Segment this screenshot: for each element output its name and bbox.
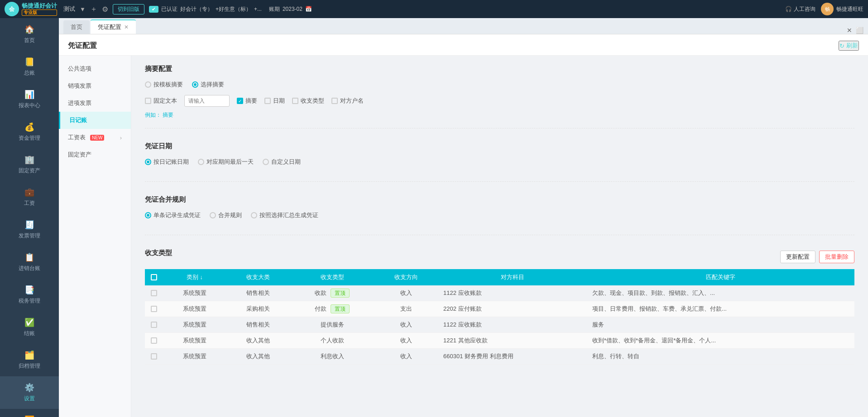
- payment-type-label: 收支类型: [301, 97, 324, 105]
- row-account-1: 2202 应付账款: [438, 301, 587, 317]
- voucher-date-radio-group: 按日记账日期 对应期间最后一天 自定义日期: [145, 158, 854, 166]
- journal-date-label: 按日记账日期: [153, 158, 189, 166]
- row-checkbox-2[interactable]: [151, 322, 157, 328]
- example-value: 摘要: [163, 112, 173, 118]
- row-direction-0: 收入: [374, 285, 438, 301]
- row-checkbox-0[interactable]: [151, 290, 157, 296]
- sub-sidebar-journal[interactable]: 日记账: [59, 112, 131, 129]
- user-name: 畅捷通旺旺: [836, 5, 863, 13]
- logo-icon: 会: [5, 2, 19, 16]
- template-summary-label: 按模板摘要: [153, 81, 183, 89]
- fixed-text-checkbox[interactable]: 固定文本: [145, 97, 177, 105]
- company-dropdown-icon[interactable]: ▼: [80, 6, 86, 13]
- select-summary-radio[interactable]: 选择摘要: [192, 81, 224, 89]
- sidebar-label-reports: 报表中心: [19, 102, 40, 109]
- date-checkbox[interactable]: 日期: [264, 97, 285, 105]
- sub-sidebar-payroll[interactable]: 工资表 NEW ›: [59, 129, 131, 146]
- sidebar-item-ledger[interactable]: 📒 总账: [0, 51, 59, 83]
- settings-icon[interactable]: ⚙: [102, 5, 108, 14]
- row-account-0: 1122 应收账款: [438, 285, 587, 301]
- sidebar-item-reports[interactable]: 📊 报表中心: [0, 83, 59, 116]
- tab-voucher-label: 凭证配置: [98, 23, 121, 31]
- sidebar-item-funds[interactable]: 💰 资金管理: [0, 116, 59, 148]
- user-menu[interactable]: 畅 畅捷通旺旺: [821, 3, 863, 15]
- sidebar-label-fixed-assets: 固定资产: [19, 167, 40, 175]
- summary-checkbox-row: 固定文本 ✓ 摘要 日期 收支类型: [145, 95, 854, 107]
- row-checkbox-4[interactable]: [151, 353, 157, 360]
- journal-date-radio[interactable]: 按日记账日期: [145, 158, 189, 166]
- ledger-icon: 📒: [24, 57, 34, 67]
- switch-old-btn[interactable]: 切到旧版: [113, 4, 144, 14]
- batch-delete-btn[interactable]: 批量删除: [819, 251, 854, 263]
- sub-sidebar-journal-label: 日记账: [69, 116, 87, 124]
- income-expense-section: 收支类型 更新配置 批量删除: [145, 249, 854, 374]
- period-last-day-radio[interactable]: 对应期间最后一天: [198, 158, 254, 166]
- certified-label: 已认证: [161, 5, 177, 13]
- custom-date-radio[interactable]: 自定义日期: [263, 158, 301, 166]
- row-keywords-0: 欠款、现金、项目款、到款、报销款、汇入、...: [587, 285, 854, 301]
- update-config-btn[interactable]: 更新配置: [780, 251, 815, 263]
- guide-icon: ▶️: [24, 415, 34, 417]
- status-bar: ✔ 已认证 好会计（专） +好生意（标） +... 账期 2023-02 📅: [149, 5, 312, 13]
- fixed-text-input[interactable]: [184, 95, 230, 107]
- maximize-icon[interactable]: ⬜: [856, 27, 863, 34]
- row-checkbox-3[interactable]: [151, 337, 157, 344]
- sidebar-item-home[interactable]: 🏠 首页: [0, 18, 59, 51]
- expand-arrow-icon[interactable]: ›: [120, 134, 122, 141]
- sidebar-item-salary[interactable]: 💼 工资: [0, 181, 59, 213]
- summary-checkbox[interactable]: ✓ 摘要: [237, 97, 257, 105]
- sub-sidebar-sales-invoice[interactable]: 销项发票: [59, 77, 131, 95]
- custom-date-radio-circle: [263, 159, 269, 165]
- summary-generate-radio[interactable]: 按照选择汇总生成凭证: [251, 211, 318, 219]
- counterparty-checkbox[interactable]: 对方户名: [331, 97, 364, 105]
- table-row: 系统预置 采购相关 付款 置顶 支出 2202 应付账款 项目、日常费用、报销款…: [145, 301, 854, 317]
- human-service-btn[interactable]: 🎧 人工咨询: [785, 5, 815, 13]
- tab-home[interactable]: 首页: [63, 20, 90, 34]
- tag-reset-0[interactable]: 置顶: [331, 289, 350, 298]
- sidebar-item-guide[interactable]: ▶️ 新手引导: [0, 409, 59, 417]
- fixed-text-checkbox-box: [145, 98, 151, 104]
- counterparty-checkbox-box: [331, 98, 338, 104]
- sub-sidebar-public[interactable]: 公共选项: [59, 60, 131, 77]
- sidebar-item-fixed-assets[interactable]: 🏢 固定资产: [0, 148, 59, 181]
- example-prefix: 例如：: [145, 112, 161, 118]
- tab-voucher-config[interactable]: 凭证配置 ✕: [91, 19, 136, 34]
- sidebar-label-ledger: 总账: [24, 69, 35, 77]
- sidebar-item-tax[interactable]: 📑 税务管理: [0, 279, 59, 311]
- merge-rules-radio-circle: [210, 212, 216, 218]
- sidebar-item-settings[interactable]: ⚙️ 设置: [0, 376, 59, 409]
- single-record-radio[interactable]: 单条记录生成凭证: [145, 211, 201, 219]
- plus-icon[interactable]: ＋: [90, 5, 97, 14]
- merge-rules-radio[interactable]: 合并规则: [210, 211, 242, 219]
- table-header-row: 收支类型 更新配置 批量删除: [145, 249, 854, 265]
- sub-sidebar-fixed-assets-sub[interactable]: 固定资产: [59, 146, 131, 163]
- template-summary-radio[interactable]: 按模板摘要: [145, 81, 183, 89]
- sub-sidebar-purchase-invoice[interactable]: 进项发票: [59, 95, 131, 112]
- voucher-merge-title: 凭证合并规则: [145, 195, 854, 204]
- settings-nav-icon: ⚙️: [24, 383, 34, 393]
- row-keywords-1: 项目、日常费用、报销款、车费、承兑汇票、付款...: [587, 301, 854, 317]
- window-controls: ✕ ⬜: [842, 27, 868, 34]
- sidebar-label-funds: 资金管理: [19, 134, 40, 142]
- payment-type-checkbox[interactable]: 收支类型: [292, 97, 324, 105]
- sidebar-item-closing[interactable]: ✅ 结账: [0, 311, 59, 344]
- sidebar-item-archive[interactable]: 🗂️ 归档管理: [0, 344, 59, 376]
- calendar-icon[interactable]: 📅: [305, 6, 312, 12]
- fixed-text-label: 固定文本: [153, 97, 177, 105]
- page-title: 凭证配置: [68, 41, 97, 51]
- sidebar-item-purchase[interactable]: 📋 进销台账: [0, 246, 59, 279]
- row-checkbox-1[interactable]: [151, 306, 157, 312]
- row-major-type-2: 销售相关: [226, 317, 290, 333]
- row-account-2: 1122 应收账款: [438, 317, 587, 333]
- tab-close-icon[interactable]: ✕: [124, 24, 129, 30]
- col-category: 类别 ↓: [163, 269, 226, 285]
- close-window-icon[interactable]: ✕: [847, 27, 852, 34]
- sidebar-item-invoice[interactable]: 🧾 发票管理: [0, 213, 59, 246]
- select-all-checkbox[interactable]: [151, 274, 157, 280]
- row-keywords-2: 服务: [587, 317, 854, 333]
- tag-reset-1[interactable]: 置顶: [331, 304, 350, 313]
- app-logo: 会 畅捷通好会计 专业版: [5, 2, 59, 16]
- tab-bar: 首页 凭证配置 ✕ ✕ ⬜: [59, 18, 868, 34]
- home-icon: 🏠: [24, 24, 34, 34]
- refresh-btn[interactable]: ↻ 刷新: [839, 41, 859, 51]
